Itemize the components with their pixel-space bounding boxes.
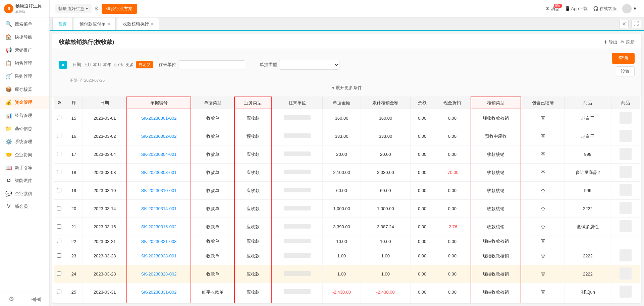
td-biz-type: 应收款 [234, 182, 272, 200]
td-bill-type: 收款单 [191, 164, 234, 182]
partner-input[interactable] [178, 60, 245, 69]
td-bill-no: SK-20230321-003 [127, 236, 191, 247]
sidebar-icon-sales: 📋 [5, 60, 12, 66]
td-cash-discount: 0.00 [434, 283, 471, 301]
td-partner [272, 283, 323, 301]
sidebar-item-inventory[interactable]: 📦库存核算 [0, 83, 49, 96]
td-no: 20 [65, 200, 83, 218]
td-amount: 2,100.00 [323, 164, 361, 182]
bill-no-link[interactable]: SK-20230328-001 [141, 253, 177, 258]
refresh-btn[interactable]: ↻ 刷新 [621, 39, 635, 45]
user-avatar[interactable] [622, 4, 632, 13]
bill-no-link[interactable]: SK-20230315-002 [141, 224, 177, 229]
td-write-off-amount: 1.00 [361, 265, 410, 283]
td-checkbox[interactable] [54, 127, 65, 145]
td-amount: 333.00 [323, 127, 361, 145]
td-checkbox[interactable] [54, 109, 65, 127]
fullscreen-btn[interactable]: ⛶ [631, 20, 641, 28]
td-checkbox[interactable] [54, 265, 65, 283]
this-year-btn[interactable]: 本年 [103, 62, 111, 68]
bill-no-link[interactable]: SK-20230310-001 [141, 188, 177, 193]
bill-type-select[interactable] [279, 60, 339, 70]
sidebar-item-hardware[interactable]: 🖥智能硬件 [0, 174, 49, 187]
sidebar-item-operation[interactable]: 📊经营管理 [0, 109, 49, 122]
td-checkbox[interactable] [54, 182, 65, 200]
sidebar-item-purchase[interactable]: 🛒采购管理 [0, 70, 49, 83]
partner-blur [284, 271, 311, 276]
td-checkbox[interactable] [54, 247, 65, 265]
sidebar-item-system[interactable]: ⚙️系统管理 [0, 135, 49, 148]
td-write-off-amount: 1.00 [361, 247, 410, 265]
service-link[interactable]: 🎧 在线客服 [593, 6, 617, 12]
topbar-message[interactable]: ✉ 消息 99+ [546, 6, 559, 12]
sidebar-icon-wechat: 💬 [5, 190, 12, 197]
td-write-off-type: 预收中应收 [471, 127, 521, 145]
filter-toggle-btn[interactable]: » [59, 61, 67, 69]
tab-close-collection[interactable]: × [151, 22, 153, 26]
th-date: 日期 [83, 97, 127, 109]
td-amount: 3,390.00 [323, 218, 361, 236]
table-row: 22 2023-03-21 SK-20230321-003 收款单 应收款 10… [54, 236, 640, 247]
breadcrumb[interactable]: 畅康道好生意 ▾ [55, 4, 92, 13]
td-checkbox[interactable] [54, 301, 65, 304]
tab-prepay[interactable]: 预付款应付单× [74, 18, 116, 30]
settings-bottom-icon[interactable]: ⚙ [9, 295, 14, 303]
tab-close-prepay[interactable]: × [108, 22, 110, 26]
bill-no-link[interactable]: SK-20230314-001 [141, 206, 177, 211]
close-tab-btn[interactable]: ✕ [620, 20, 629, 28]
topbar-gear-icon[interactable]: ⚙ [94, 5, 99, 12]
custom-date-btn[interactable]: 自定义 [136, 61, 153, 68]
app-download-link[interactable]: 📱 App下载 [565, 6, 588, 12]
td-checkbox[interactable] [54, 236, 65, 247]
bill-no-link[interactable]: SK-20230301-002 [141, 116, 177, 121]
export-btn[interactable]: ⬆ 导出 [604, 39, 618, 45]
this-month-btn[interactable]: 本月 [93, 62, 101, 68]
expand-more-btn[interactable]: ▾ 展开更多条件 [59, 83, 635, 92]
filter-settings-btn[interactable]: 设置 [616, 66, 635, 76]
td-write-off-type: 现收收款核销 [471, 109, 521, 127]
td-no: 18 [65, 164, 83, 182]
bill-no-link[interactable]: SK-20230304-001 [141, 152, 177, 157]
bill-no-link[interactable]: SK-20230308-001 [141, 170, 177, 175]
td-checkbox[interactable] [54, 218, 65, 236]
sidebar-item-finance[interactable]: 💰资金管理 [0, 96, 49, 109]
td-goods2 [611, 247, 640, 265]
more-date-btn[interactable]: 更多 [126, 62, 134, 68]
td-biz-type: 应收款 [234, 109, 272, 127]
more-filters-btn[interactable]: ··· [247, 61, 254, 68]
last-7days-btn[interactable]: 近7天 [113, 62, 124, 68]
collapse-icon[interactable]: ◀◀ [31, 295, 41, 303]
sidebar-item-basic[interactable]: 📁基础信息 [0, 122, 49, 135]
td-goods: 2222 [565, 200, 611, 218]
sidebar-item-corp[interactable]: 🤝企业协同 [0, 148, 49, 161]
bill-no-link[interactable]: SK-20230328-002 [141, 271, 177, 277]
td-checkbox[interactable] [54, 283, 65, 301]
goods-thumbnail [620, 148, 632, 160]
industry-btn[interactable]: 体验行业方案 [102, 4, 137, 14]
th-settings[interactable]: ⚙ [54, 97, 65, 109]
sidebar-item-guide[interactable]: 📖新手引导 [0, 161, 49, 174]
last-month-btn[interactable]: 上月 [83, 62, 91, 68]
td-biz-type: 应收款 [234, 283, 272, 301]
sidebar-item-member[interactable]: V畅会员 [0, 200, 49, 213]
sidebar-item-wechat[interactable]: 💬企业微信 [0, 187, 49, 200]
tab-collection[interactable]: 收款核销执行× [117, 18, 159, 30]
sidebar-label-purchase: 采购管理 [15, 73, 32, 79]
bill-no-link[interactable]: SK-20230321-003 [141, 239, 177, 244]
tab-home[interactable]: 首页 [52, 18, 72, 30]
td-checkbox[interactable] [54, 200, 65, 218]
td-checkbox[interactable] [54, 164, 65, 182]
sidebar-item-marketing[interactable]: 📢营销推广 [0, 44, 49, 57]
bill-no-link[interactable]: SK-20230302-002 [141, 134, 177, 139]
sidebar-item-sales[interactable]: 📋销售管理 [0, 57, 49, 70]
td-write-off-type: 现结收款核销 [471, 247, 521, 265]
bill-no-link[interactable]: SK-20230331-002 [141, 290, 177, 295]
td-amount: 20.00 [323, 301, 361, 304]
td-date: 2023-03-04 [83, 145, 127, 164]
query-btn[interactable]: 查询 [612, 53, 635, 64]
sidebar-item-quicknav[interactable]: 🏠快捷导航 [0, 30, 49, 44]
td-checkbox[interactable] [54, 145, 65, 164]
sidebar-item-search[interactable]: 🔍搜索菜单 [0, 17, 49, 30]
sidebar-label-basic: 基础信息 [15, 126, 32, 132]
td-date: 2023-03-02 [83, 127, 127, 145]
